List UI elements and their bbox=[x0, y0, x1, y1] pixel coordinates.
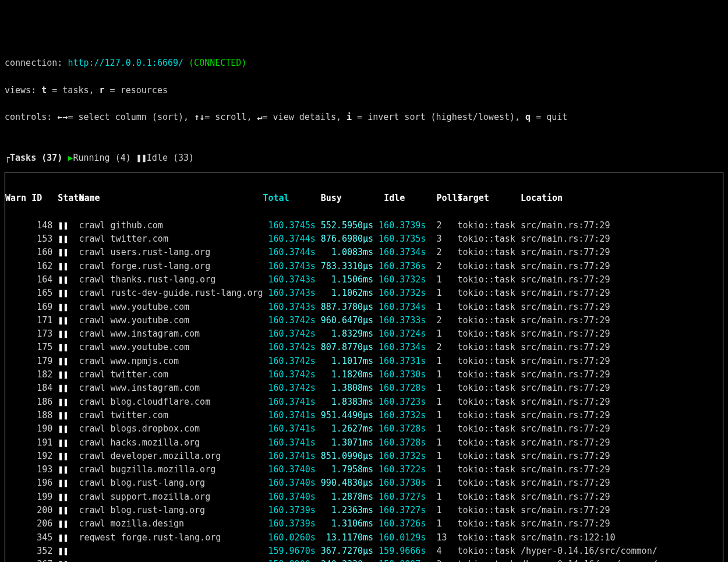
task-row[interactable]: 352❚❚ 159.9670s367.7270µs159.9666s 4 tok… bbox=[5, 545, 723, 558]
cell-busy: 1.3808ms bbox=[316, 381, 373, 395]
cell-warn bbox=[5, 232, 31, 246]
cell-target: tokio::task bbox=[458, 260, 521, 273]
cell-state: ❚❚ bbox=[52, 463, 73, 476]
cell-busy: 1.1062ms bbox=[316, 287, 373, 300]
task-row[interactable]: 148❚❚ crawl github.com160.3745s552.5950µ… bbox=[5, 219, 723, 232]
task-row[interactable]: 164❚❚ crawl thanks.rust-lang.org160.3743… bbox=[5, 273, 723, 287]
cell-id: 173 bbox=[31, 327, 52, 341]
task-row[interactable]: 153❚❚ crawl twitter.com160.3744s876.6980… bbox=[5, 232, 723, 246]
cell-polls: 1 bbox=[431, 476, 452, 490]
pause-icon: ❚❚ bbox=[58, 342, 68, 352]
cell-polls: 2 bbox=[431, 260, 452, 273]
task-row[interactable]: 175❚❚ crawl www.youtube.com160.3742s807.… bbox=[5, 341, 723, 354]
cell-polls: 1 bbox=[431, 517, 452, 531]
task-row[interactable]: 188❚❚ crawl twitter.com160.3741s951.4490… bbox=[5, 409, 723, 422]
task-row[interactable]: 160❚❚ crawl users.rust-lang.org160.3744s… bbox=[5, 246, 723, 259]
pause-icon: ❚❚ bbox=[58, 464, 68, 475]
cell-name: crawl www.youtube.com bbox=[79, 301, 263, 314]
cell-target: tokio::task bbox=[458, 273, 521, 287]
controls-ud-key[interactable]: ↑↓ bbox=[194, 112, 204, 122]
cell-warn bbox=[5, 355, 31, 368]
col-id[interactable]: ID bbox=[31, 192, 52, 205]
cell-warn bbox=[5, 273, 31, 287]
task-row[interactable]: 190❚❚ crawl blogs.dropbox.com160.3741s1.… bbox=[5, 422, 723, 436]
task-row[interactable]: 200❚❚ crawl blog.rust-lang.org160.3739s1… bbox=[5, 504, 723, 517]
cell-target: tokio::task bbox=[458, 409, 521, 422]
cell-location: src/main.rs:77:29 bbox=[521, 381, 610, 395]
cell-idle: 160.3722s bbox=[373, 463, 426, 476]
cell-location: src/main.rs:77:29 bbox=[521, 463, 610, 476]
task-row[interactable]: 206❚❚ crawl mozilla.design160.3739s1.310… bbox=[5, 517, 723, 531]
cell-busy: 1.1017ms bbox=[316, 355, 373, 368]
cell-name: crawl support.mozilla.org bbox=[79, 490, 263, 504]
cell-polls: 1 bbox=[431, 409, 452, 422]
cell-busy: 1.1820ms bbox=[316, 368, 373, 381]
cell-polls: 1 bbox=[431, 301, 452, 314]
controls-enter-key[interactable]: ↵ bbox=[257, 112, 263, 122]
col-name[interactable]: Name bbox=[79, 192, 263, 205]
cell-state: ❚❚ bbox=[52, 450, 73, 463]
task-row[interactable]: 367❚❚ 159.8900s340.3330µs159.8897s 2 tok… bbox=[5, 558, 723, 562]
task-row[interactable]: 192❚❚ crawl developer.mozilla.org160.374… bbox=[5, 450, 723, 463]
cell-name: crawl www.youtube.com bbox=[79, 314, 263, 327]
controls-invert-key[interactable]: i bbox=[347, 112, 352, 122]
task-rows[interactable]: 148❚❚ crawl github.com160.3745s552.5950µ… bbox=[5, 219, 723, 562]
views-tasks-key[interactable]: t bbox=[41, 85, 47, 96]
task-row[interactable]: 193❚❚ crawl bugzilla.mozilla.org160.3740… bbox=[5, 463, 723, 476]
task-row[interactable]: 169❚❚ crawl www.youtube.com160.3743s887.… bbox=[5, 301, 723, 314]
task-row[interactable]: 186❚❚ crawl blog.cloudflare.com160.3741s… bbox=[5, 395, 723, 409]
controls-lr-key[interactable]: ←→ bbox=[57, 112, 68, 122]
column-header-row[interactable]: WarnIDState NameTotalBusyIdle Polls Targ… bbox=[5, 192, 723, 205]
col-busy[interactable]: Busy bbox=[316, 192, 373, 205]
cell-polls: 1 bbox=[431, 273, 452, 287]
views-resources-label: = resources bbox=[105, 85, 168, 96]
cell-location: src/main.rs:77:29 bbox=[521, 395, 610, 409]
cell-total: 160.3741s bbox=[263, 409, 315, 422]
cell-target: tokio::task bbox=[458, 531, 521, 545]
cell-polls: 1 bbox=[431, 450, 452, 463]
cell-total: 160.3741s bbox=[263, 450, 315, 463]
cell-name: crawl www.instagram.com bbox=[79, 327, 263, 341]
task-row[interactable]: 173❚❚ crawl www.instagram.com160.3742s1.… bbox=[5, 327, 723, 341]
task-row[interactable]: 182❚❚ crawl twitter.com160.3742s1.1820ms… bbox=[5, 368, 723, 381]
col-target[interactable]: Target bbox=[458, 192, 521, 205]
cell-state: ❚❚ bbox=[52, 368, 73, 381]
idle-count: Idle (33) bbox=[147, 153, 194, 163]
views-resources-key[interactable]: r bbox=[100, 85, 105, 96]
tasks-count: Tasks (37) bbox=[10, 153, 62, 163]
pause-icon: ❚❚ bbox=[58, 220, 68, 231]
cell-location: src/main.rs:77:29 bbox=[521, 273, 610, 287]
task-row[interactable]: 184❚❚ crawl www.instagram.com160.3742s1.… bbox=[5, 381, 723, 395]
task-row[interactable]: 171❚❚ crawl www.youtube.com160.3742s960.… bbox=[5, 314, 723, 327]
cell-location: src/main.rs:77:29 bbox=[521, 232, 610, 246]
col-location[interactable]: Location bbox=[521, 192, 563, 205]
task-row[interactable]: 165❚❚ crawl rustc-dev-guide.rust-lang.or… bbox=[5, 287, 723, 300]
col-total[interactable]: Total bbox=[263, 192, 315, 205]
task-row[interactable]: 199❚❚ crawl support.mozilla.org160.3740s… bbox=[5, 490, 723, 504]
task-table-frame: WarnIDState NameTotalBusyIdle Polls Targ… bbox=[5, 172, 723, 562]
cell-location: /hyper-0.14.16/src/common/ bbox=[521, 545, 658, 558]
cell-id: 162 bbox=[31, 260, 52, 273]
cell-idle: 160.3730s bbox=[373, 476, 426, 490]
col-state[interactable]: State bbox=[52, 192, 73, 205]
task-row[interactable]: 179❚❚ crawl www.npmjs.com160.3742s1.1017… bbox=[5, 355, 723, 368]
cell-busy: 1.8329ms bbox=[316, 327, 373, 341]
cell-busy: 1.8383ms bbox=[316, 395, 373, 409]
task-row[interactable]: 345❚❚ reqwest forge.rust-lang.org160.026… bbox=[5, 531, 723, 545]
task-row[interactable]: 162❚❚ crawl forge.rust-lang.org160.3743s… bbox=[5, 260, 723, 273]
cell-state: ❚❚ bbox=[52, 490, 73, 504]
cell-location: src/main.rs:77:29 bbox=[521, 436, 610, 450]
col-idle[interactable]: Idle bbox=[373, 192, 426, 205]
controls-quit-key[interactable]: q bbox=[525, 112, 531, 122]
cell-total: 160.3741s bbox=[263, 436, 315, 450]
task-row[interactable]: 196❚❚ crawl blog.rust-lang.org160.3740s9… bbox=[5, 476, 723, 490]
cell-location: src/main.rs:77:29 bbox=[521, 517, 610, 531]
col-warn[interactable]: Warn bbox=[5, 192, 31, 205]
col-polls[interactable]: Polls bbox=[431, 192, 452, 205]
cell-id: 179 bbox=[31, 355, 52, 368]
cell-location: src/main.rs:77:29 bbox=[521, 355, 610, 368]
task-row[interactable]: 191❚❚ crawl hacks.mozilla.org160.3741s1.… bbox=[5, 436, 723, 450]
controls-prefix: controls: bbox=[5, 112, 57, 122]
controls-quit-label: = quit bbox=[531, 112, 567, 122]
cell-total: 160.3741s bbox=[263, 395, 315, 409]
